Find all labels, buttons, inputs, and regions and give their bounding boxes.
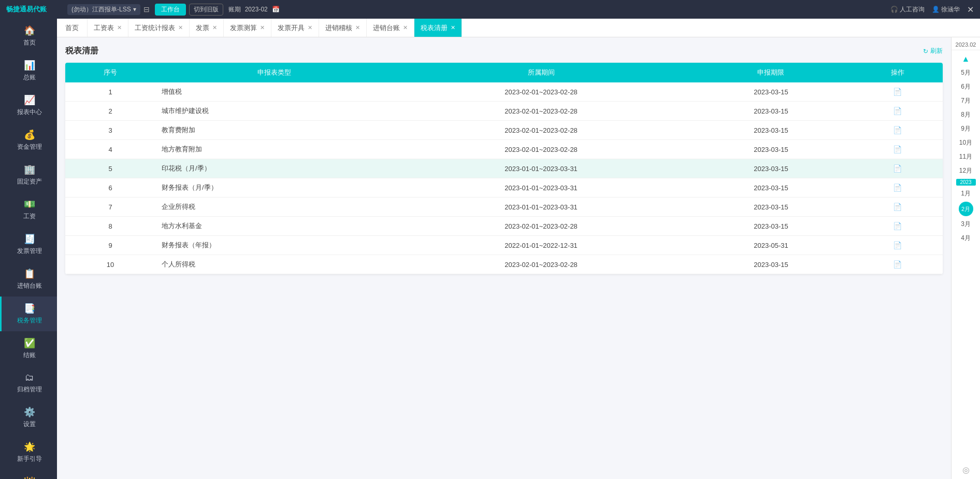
tab-invoice-calc-close[interactable]: ✕ bbox=[260, 24, 265, 31]
tab-sales-ledger[interactable]: 进销台账 ✕ bbox=[367, 19, 414, 37]
cell-index: 5 bbox=[65, 159, 155, 178]
tab-invoice-issue-label: 发票开具 bbox=[278, 23, 305, 33]
sidebar-item-settings[interactable]: ⚙️ 设置 bbox=[0, 400, 57, 435]
action-file-icon[interactable]: 📄 bbox=[893, 107, 902, 115]
sidebar-item-close[interactable]: ✅ 结账 bbox=[0, 331, 57, 366]
sidebar-item-invoice[interactable]: 🧾 发票管理 bbox=[0, 227, 57, 262]
action-file-icon[interactable]: 📄 bbox=[893, 203, 902, 211]
cell-action: 📄 bbox=[853, 102, 943, 121]
tab-payroll-stats[interactable]: 工资统计报表 ✕ bbox=[128, 19, 190, 37]
tab-invoice[interactable]: 发票 ✕ bbox=[190, 19, 224, 37]
member-icon: 👑 bbox=[24, 476, 35, 479]
cell-deadline: 2023-03-15 bbox=[689, 198, 853, 217]
cell-action: 📄 bbox=[853, 198, 943, 217]
user-area[interactable]: 👤 徐涵华 bbox=[932, 5, 960, 14]
cell-index: 8 bbox=[65, 217, 155, 236]
sidebar-item-funds[interactable]: 💰 资金管理 bbox=[0, 123, 57, 158]
action-file-icon[interactable]: 📄 bbox=[893, 184, 902, 192]
tab-sales-audit[interactable]: 进销稽核 ✕ bbox=[319, 19, 367, 37]
table-row: 6 财务报表（月/季） 2023-01-01~2023-03-31 2023-0… bbox=[65, 178, 943, 198]
cell-action: 📄 bbox=[853, 121, 943, 140]
sidebar-item-assets[interactable]: 🏢 固定资产 bbox=[0, 158, 57, 192]
cell-action: 📄 bbox=[853, 217, 943, 236]
tab-invoice-close[interactable]: ✕ bbox=[212, 24, 217, 31]
sales-icon: 📋 bbox=[24, 268, 35, 279]
action-file-icon[interactable]: 📄 bbox=[893, 222, 902, 230]
rp-month-8[interactable]: 8月 bbox=[952, 108, 980, 122]
rp-month-3[interactable]: 3月 bbox=[952, 217, 980, 231]
period-label: 账期 bbox=[228, 5, 241, 14]
sidebar-item-payroll[interactable]: 💵 工资 bbox=[0, 192, 57, 227]
cell-index: 1 bbox=[65, 82, 155, 102]
tab-home[interactable]: 首页 bbox=[57, 19, 88, 37]
cell-period: 2023-01-01~2023-03-31 bbox=[393, 178, 689, 198]
content-area: 首页 工资表 ✕ 工资统计报表 ✕ 发票 ✕ 发票测算 ✕ 发票开具 ✕ bbox=[57, 19, 980, 479]
rp-collapse-button[interactable]: ◎ bbox=[960, 463, 972, 477]
sidebar-item-label: 设置 bbox=[23, 420, 36, 429]
rp-month-4[interactable]: 4月 bbox=[952, 231, 980, 245]
rp-month-5[interactable]: 5月 bbox=[952, 66, 980, 80]
action-file-icon[interactable]: 📄 bbox=[893, 260, 902, 269]
close-icon[interactable]: ✕ bbox=[967, 5, 974, 15]
tab-sales-ledger-close[interactable]: ✕ bbox=[403, 24, 408, 31]
tab-payroll-close[interactable]: ✕ bbox=[117, 24, 122, 31]
copy-icon[interactable]: ⊟ bbox=[143, 5, 150, 13]
rp-month-7[interactable]: 7月 bbox=[952, 94, 980, 108]
cell-type: 财务报表（月/季） bbox=[155, 178, 393, 198]
tab-invoice-issue-close[interactable]: ✕ bbox=[308, 24, 312, 31]
sidebar-item-archive[interactable]: 🗂 归档管理 bbox=[0, 366, 57, 400]
cell-type: 印花税（月/季） bbox=[155, 159, 393, 178]
action-file-icon[interactable]: 📄 bbox=[893, 145, 902, 153]
right-panel: 2023.02 ▲ 5月 6月 7月 8月 9月 10月 11月 12月 202… bbox=[951, 37, 980, 479]
tab-payroll-stats-close[interactable]: ✕ bbox=[178, 24, 183, 31]
ledger-icon: 📊 bbox=[24, 60, 35, 71]
sidebar-item-label: 归档管理 bbox=[17, 385, 42, 394]
cell-action: 📄 bbox=[853, 236, 943, 255]
rp-month-11[interactable]: 11月 bbox=[952, 150, 980, 164]
cell-index: 6 bbox=[65, 178, 155, 198]
rp-month-9[interactable]: 9月 bbox=[952, 122, 980, 136]
action-file-icon[interactable]: 📄 bbox=[893, 241, 902, 249]
rp-nav-up[interactable]: ▲ bbox=[960, 52, 972, 66]
cell-type: 教育费附加 bbox=[155, 121, 393, 140]
cell-type: 地方水利基金 bbox=[155, 217, 393, 236]
sidebar-item-ledger[interactable]: 📊 总账 bbox=[0, 53, 57, 88]
sidebar-item-reports[interactable]: 📈 报表中心 bbox=[0, 88, 57, 123]
rp-month-12[interactable]: 12月 bbox=[952, 164, 980, 178]
sidebar-item-tax[interactable]: 📑 税务管理 bbox=[0, 297, 57, 331]
ai-consult[interactable]: 🎧 人工咨询 bbox=[890, 5, 925, 14]
rp-month-1[interactable]: 1月 bbox=[952, 187, 980, 201]
table-row: 3 教育费附加 2023-02-01~2023-02-28 2023-03-15… bbox=[65, 121, 943, 140]
cell-period: 2023-02-01~2023-02-28 bbox=[393, 140, 689, 159]
tab-sales-audit-close[interactable]: ✕ bbox=[355, 24, 360, 31]
rp-month-6[interactable]: 6月 bbox=[952, 80, 980, 94]
guide-icon: 🌟 bbox=[24, 441, 35, 453]
tab-invoice-calc[interactable]: 发票测算 ✕ bbox=[224, 19, 271, 37]
rp-month-2-active[interactable]: 2月 bbox=[959, 202, 973, 216]
action-file-icon[interactable]: 📄 bbox=[893, 88, 902, 96]
sidebar-item-member[interactable]: 👑 畅会员 bbox=[0, 470, 57, 479]
payroll-icon: 💵 bbox=[24, 199, 35, 210]
sidebar-item-home[interactable]: 🏠 首页 bbox=[0, 19, 57, 53]
company-selector[interactable]: (勿动）江西报单-LSS ▾ bbox=[67, 4, 140, 15]
sidebar-item-guide[interactable]: 🌟 新手引导 bbox=[0, 435, 57, 470]
period-value: 2023-02 bbox=[245, 6, 268, 13]
sidebar-item-label: 固定资产 bbox=[17, 177, 42, 186]
rp-month-10[interactable]: 10月 bbox=[952, 136, 980, 150]
sidebar-item-label: 结账 bbox=[23, 351, 36, 360]
refresh-button[interactable]: ↻ 刷新 bbox=[923, 47, 943, 55]
switch-old-button[interactable]: 切到旧版 bbox=[189, 4, 223, 16]
sidebar-item-sales[interactable]: 📋 进销台账 bbox=[0, 262, 57, 297]
tab-sales-audit-label: 进销稽核 bbox=[325, 23, 352, 33]
tab-payroll[interactable]: 工资表 ✕ bbox=[88, 19, 128, 37]
action-file-icon[interactable]: 📄 bbox=[893, 164, 902, 173]
tab-tax-register-close[interactable]: ✕ bbox=[451, 24, 455, 31]
chevron-down-icon: ▾ bbox=[133, 6, 136, 13]
workbench-button[interactable]: 工作台 bbox=[155, 4, 186, 16]
action-file-icon[interactable]: 📄 bbox=[893, 126, 902, 134]
tab-invoice-issue[interactable]: 发票开具 ✕ bbox=[271, 19, 319, 37]
cell-deadline: 2023-03-15 bbox=[689, 102, 853, 121]
cell-type: 地方教育附加 bbox=[155, 140, 393, 159]
tab-tax-register[interactable]: 税表清册 ✕ bbox=[414, 19, 462, 37]
calendar-icon[interactable]: 📅 bbox=[272, 6, 280, 13]
